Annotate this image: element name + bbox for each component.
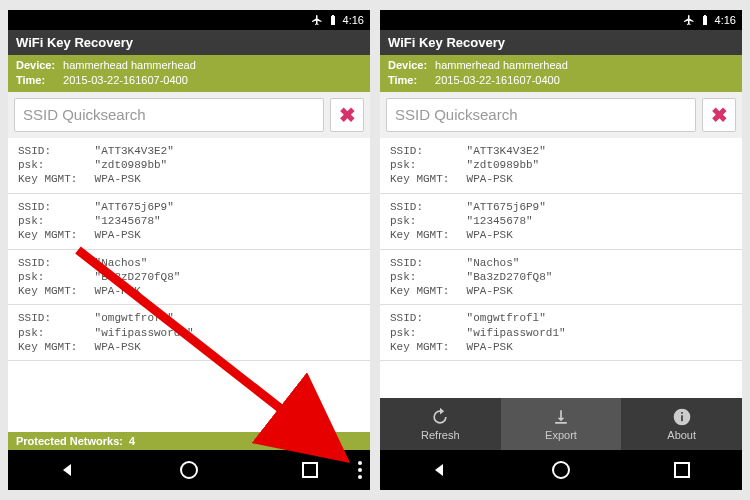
clear-search-button[interactable]: ✖ <box>330 98 364 132</box>
home-button[interactable] <box>177 458 201 482</box>
recent-button[interactable] <box>298 458 322 482</box>
search-input[interactable]: SSID Quicksearch <box>14 98 324 132</box>
nav-bar <box>380 450 742 490</box>
export-icon <box>551 407 571 427</box>
overflow-menu-button[interactable] <box>358 461 362 479</box>
network-entry[interactable]: SSID: "Nachos"psk: "Ba3zD270fQ8"Key MGMT… <box>380 250 742 306</box>
about-button[interactable]: About <box>621 398 742 450</box>
app-title: WiFi Key Recovery <box>8 30 370 55</box>
svg-point-0 <box>181 462 197 478</box>
airplane-icon <box>311 14 323 26</box>
svg-rect-5 <box>681 412 683 414</box>
nav-bar <box>8 450 370 490</box>
network-entry[interactable]: SSID: "ATT3K4V3E2"psk: "zdt0989bb"Key MG… <box>380 138 742 194</box>
info-icon <box>672 407 692 427</box>
search-input[interactable]: SSID Quicksearch <box>386 98 696 132</box>
svg-rect-4 <box>681 415 683 421</box>
refresh-icon <box>430 407 450 427</box>
battery-icon <box>699 14 711 26</box>
status-time: 4:16 <box>343 14 364 26</box>
phone-left: 4:16 WiFi Key Recovery Device: hammerhea… <box>8 10 370 490</box>
network-entry[interactable]: SSID: "omgwtfrofl"psk: "wifipassword1"Ke… <box>380 305 742 361</box>
network-entry[interactable]: SSID: "ATT3K4V3E2"psk: "zdt0989bb"Key MG… <box>8 138 370 194</box>
back-button[interactable] <box>428 458 452 482</box>
device-info: Device: hammerhead hammerhead Time: 2015… <box>380 55 742 92</box>
network-entry[interactable]: SSID: "ATT675j6P9"psk: "12345678"Key MGM… <box>8 194 370 250</box>
network-list: SSID: "ATT3K4V3E2"psk: "zdt0989bb"Key MG… <box>380 138 742 398</box>
app-title: WiFi Key Recovery <box>380 30 742 55</box>
network-entry[interactable]: SSID: "omgwtfrofl"psk: "wifipassword1"Ke… <box>8 305 370 361</box>
status-time: 4:16 <box>715 14 736 26</box>
network-entry[interactable]: SSID: "ATT675j6P9"psk: "12345678"Key MGM… <box>380 194 742 250</box>
airplane-icon <box>683 14 695 26</box>
battery-icon <box>327 14 339 26</box>
network-entry[interactable]: SSID: "Nachos"psk: "Ba3zD270fQ8"Key MGMT… <box>8 250 370 306</box>
status-bar: 4:16 <box>380 10 742 30</box>
export-button[interactable]: Export <box>501 398 622 450</box>
svg-point-6 <box>553 462 569 478</box>
action-bar: Refresh Export About <box>380 398 742 450</box>
recent-button[interactable] <box>670 458 694 482</box>
network-list: SSID: "ATT3K4V3E2"psk: "zdt0989bb"Key MG… <box>8 138 370 432</box>
refresh-button[interactable]: Refresh <box>380 398 501 450</box>
search-row: SSID Quicksearch ✖ <box>8 92 370 138</box>
back-button[interactable] <box>56 458 80 482</box>
svg-rect-7 <box>675 463 689 477</box>
status-bar: 4:16 <box>8 10 370 30</box>
clear-search-button[interactable]: ✖ <box>702 98 736 132</box>
svg-rect-1 <box>303 463 317 477</box>
home-button[interactable] <box>549 458 573 482</box>
search-row: SSID Quicksearch ✖ <box>380 92 742 138</box>
footer-bar: Protected Networks: 4 <box>8 432 370 450</box>
device-info: Device: hammerhead hammerhead Time: 2015… <box>8 55 370 92</box>
phone-right: 4:16 WiFi Key Recovery Device: hammerhea… <box>380 10 742 490</box>
